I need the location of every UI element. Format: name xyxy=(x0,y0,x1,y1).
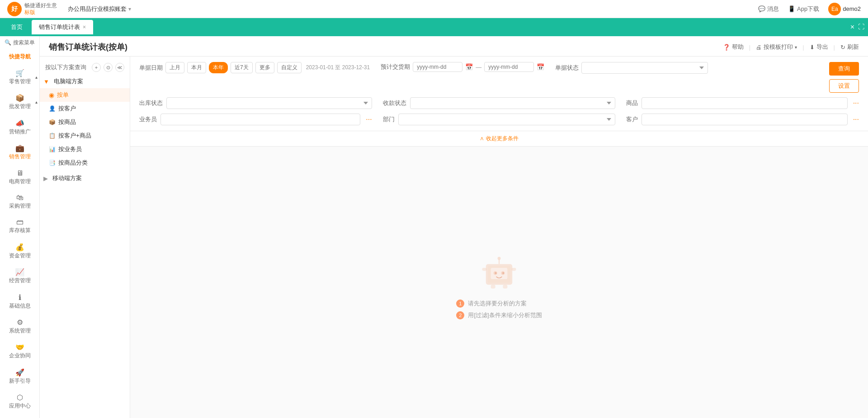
sidebar-item-newbie[interactable]: 🚀 新手引导 xyxy=(0,364,39,389)
sidebar-item-appcenter[interactable]: ⬡ 应用中心 xyxy=(0,389,39,413)
export-button[interactable]: ⬇ 导出 xyxy=(810,43,828,51)
message-button[interactable]: 💬 消息 xyxy=(758,5,779,13)
collapse-conditions-bar[interactable]: ∧ 收起更多条件 xyxy=(130,131,868,147)
window-expand-icon[interactable]: ⛶ xyxy=(858,23,864,31)
tab-home[interactable]: 首页 xyxy=(4,20,30,34)
tree-item-order-icon: ◉ xyxy=(49,91,54,99)
sidebar-item-ecommerce[interactable]: 🖥 电商管理 xyxy=(0,165,39,189)
print-button[interactable]: 🖨 按模板打印 ▾ xyxy=(756,43,797,51)
tree-item-by-category[interactable]: 📑 按商品分类 xyxy=(40,156,130,170)
tree-item-goods-icon: 📦 xyxy=(49,119,56,125)
breadcrumb-text: 办公用品行业模拟账套 xyxy=(68,5,127,13)
tab-sales-order[interactable]: 销售订单统计表 × xyxy=(32,20,93,34)
sidebar-item-wechat[interactable]: 💬 企业微信 xyxy=(0,413,39,418)
date-more-btn[interactable]: 更多 xyxy=(255,62,274,73)
search-menu-button[interactable]: 🔍 搜索菜单 xyxy=(0,36,39,49)
salesperson-label: 业务员 xyxy=(139,115,157,124)
left-panel: 按以下方案查询 + ⊙ ≪ ▼ 电脑端方案 ◉ 按单 xyxy=(40,57,130,418)
date-this-year-btn[interactable]: 本年 xyxy=(209,62,228,73)
breadcrumb-arrow-icon[interactable]: ▾ xyxy=(128,6,131,12)
refresh-button[interactable]: ↻ 刷新 xyxy=(840,43,859,51)
user-name: demo2 xyxy=(843,5,861,12)
tip-num-1: 1 xyxy=(456,299,464,308)
help-button[interactable]: ❓ 帮助 xyxy=(723,43,744,51)
sidebar-item-retail[interactable]: 🛒 零售管理 ▴ xyxy=(0,64,39,89)
logo-icon: 好 xyxy=(7,2,22,16)
help-icon: ❓ xyxy=(723,44,730,51)
expected-date-start[interactable] xyxy=(413,62,462,72)
order-status-select[interactable] xyxy=(581,62,708,74)
tree-mobile-expand-icon: ▶ xyxy=(43,175,48,182)
sidebar-item-marketing[interactable]: 📣 营销推广 xyxy=(0,114,39,139)
quick-nav-button[interactable]: 快捷导航 xyxy=(0,49,39,64)
sidebar-item-inventory[interactable]: 🗃 库存核算 xyxy=(0,214,39,238)
query-button[interactable]: 查询 xyxy=(829,62,859,76)
app-download-button[interactable]: 📱 App下载 xyxy=(788,5,819,13)
svg-rect-10 xyxy=(512,268,516,271)
order-status-label: 单据状态 xyxy=(555,64,579,72)
svg-point-8 xyxy=(498,257,501,260)
system-icon: ⚙ xyxy=(17,318,23,327)
sidebar-item-management[interactable]: 📈 经营管理 xyxy=(0,263,39,288)
goods-label: 商品 xyxy=(626,99,638,107)
tree-item-customer-goods-icon: 📋 xyxy=(49,133,56,139)
calendar-end-icon[interactable]: 📅 xyxy=(537,63,544,71)
settings-scheme-button[interactable]: ⊙ xyxy=(104,63,113,72)
date-last7-btn[interactable]: 近7天 xyxy=(231,62,253,73)
sidebar-item-purchase[interactable]: 🛍 采购管理 xyxy=(0,189,39,214)
logo-text: 畅捷通好生意 标版 xyxy=(24,2,57,15)
download-icon: 📱 xyxy=(788,5,795,12)
goods-input[interactable] xyxy=(642,97,847,109)
customer-more-icon[interactable]: ··· xyxy=(853,115,859,124)
salesperson-input[interactable] xyxy=(160,114,360,125)
expand-arrow-icon: ▴ xyxy=(35,74,38,79)
date-this-month-btn[interactable]: 本月 xyxy=(187,62,206,73)
svg-rect-2 xyxy=(491,268,508,279)
tree-item-by-customer[interactable]: 👤 按客户 xyxy=(40,102,130,115)
salesperson-more-icon[interactable]: ··· xyxy=(366,115,372,124)
collapse-panel-button[interactable]: ≪ xyxy=(115,63,124,72)
marketing-icon: 📣 xyxy=(15,119,24,128)
sidebar-item-wholesale[interactable]: 📦 批发管理 ▴ xyxy=(0,89,39,114)
user-area[interactable]: Ea demo2 xyxy=(828,3,861,15)
expected-date-label: 预计交货期 xyxy=(381,63,410,71)
settings-button[interactable]: 设置 xyxy=(829,79,859,93)
print-dropdown-icon: ▾ xyxy=(795,45,797,50)
sidebar-item-sales[interactable]: 💼 销售管理 xyxy=(0,139,39,164)
goods-more-icon[interactable]: ··· xyxy=(853,99,859,107)
sidebar-item-basic[interactable]: ℹ 基础信息 xyxy=(0,289,39,314)
sidebar-item-cooperation[interactable]: 🤝 企业协同 xyxy=(0,338,39,363)
svg-rect-9 xyxy=(482,268,487,271)
tree-item-category-icon: 📑 xyxy=(49,160,56,166)
customer-input[interactable] xyxy=(642,114,847,125)
shipment-status-select[interactable] xyxy=(166,97,372,109)
date-sep: — xyxy=(476,64,481,71)
date-range-text: 2023-01-01 至 2023-12-31 xyxy=(306,64,370,71)
tab-bar: 首页 销售订单统计表 × × ⛶ xyxy=(0,18,868,36)
date-custom-btn[interactable]: 自定义 xyxy=(277,62,302,73)
tree-item-by-order[interactable]: ◉ 按单 xyxy=(40,88,130,102)
left-panel-title: 按以下方案查询 xyxy=(45,63,86,71)
filter-area: 单据日期 上月 本月 本年 近7天 更多 自定义 2023-01-01 至 20… xyxy=(130,57,868,131)
expected-date-end[interactable] xyxy=(484,62,534,72)
window-close-icon[interactable]: × xyxy=(850,23,854,31)
ecommerce-icon: 🖥 xyxy=(16,169,24,177)
left-panel-header: 按以下方案查询 + ⊙ ≪ xyxy=(40,60,130,75)
sidebar-item-system[interactable]: ⚙ 系统管理 xyxy=(0,314,39,338)
dept-select[interactable] xyxy=(398,114,616,125)
tree-item-by-salesperson[interactable]: 📊 按业务员 xyxy=(40,142,130,156)
sidebar-item-finance[interactable]: 💰 资金管理 xyxy=(0,238,39,263)
finance-icon: 💰 xyxy=(15,243,24,252)
date-last-month-btn[interactable]: 上月 xyxy=(165,62,184,73)
tree-item-by-goods[interactable]: 📦 按商品 xyxy=(40,115,130,129)
payment-status-select[interactable] xyxy=(410,97,616,109)
tree-item-by-customer-goods[interactable]: 📋 按客户+商品 xyxy=(40,129,130,142)
appcenter-icon: ⬡ xyxy=(17,393,23,402)
export-icon: ⬇ xyxy=(810,44,815,51)
calendar-start-icon[interactable]: 📅 xyxy=(465,63,473,71)
logo-area: 好 畅捷通好生意 标版 xyxy=(7,2,57,16)
empty-state: 1 请先选择要分析的方案 2 用[过滤]条件来缩小分析范围 xyxy=(130,147,868,418)
expand-arrow-icon: ▴ xyxy=(35,100,38,104)
tab-close-icon[interactable]: × xyxy=(83,24,86,30)
add-scheme-button[interactable]: + xyxy=(92,63,101,72)
